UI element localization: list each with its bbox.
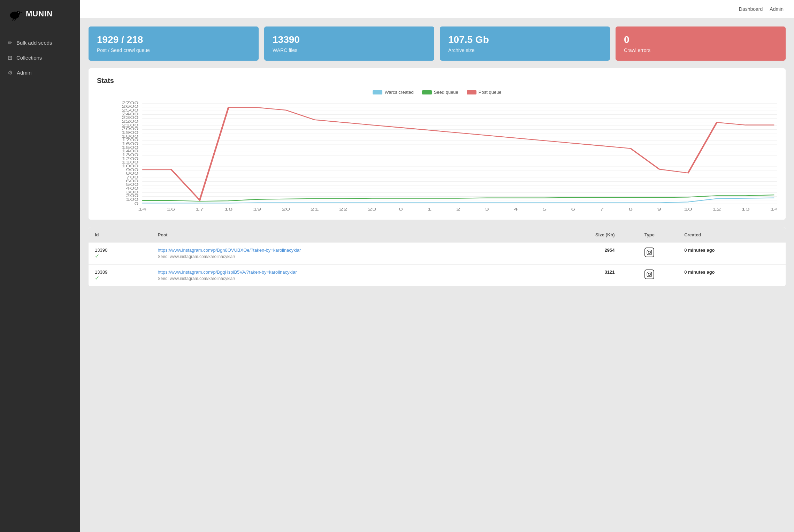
svg-text:16: 16 — [167, 207, 175, 211]
instagram-icon-1 — [644, 269, 654, 279]
sidebar-item-admin[interactable]: ⚙ Admin — [0, 65, 80, 80]
svg-point-1 — [16, 11, 20, 15]
stat-card-archive-size: 107.5 Gb Archive size — [440, 26, 610, 61]
cell-created-0: 0 minutes ago — [678, 243, 786, 265]
table-header-row: Id Post Size (Kb) Type Created — [89, 227, 786, 243]
post-link-0[interactable]: https://www.instagram.com/p/Bgn8OVUBXOe/… — [158, 248, 535, 253]
cell-post-1: https://www.instagram.com/p/BgqHspiB5VA/… — [152, 265, 541, 287]
svg-text:21: 21 — [311, 207, 319, 211]
svg-rect-88 — [647, 272, 652, 276]
svg-text:400: 400 — [126, 187, 138, 191]
svg-text:100: 100 — [126, 198, 138, 202]
svg-line-4 — [13, 18, 14, 21]
legend-seed-queue: Seed queue — [422, 90, 458, 95]
svg-text:2300: 2300 — [122, 116, 138, 120]
stat-card-crawl-errors: 0 Crawl errors — [616, 26, 786, 61]
cell-type-0 — [621, 243, 678, 265]
chart-title: Stats — [97, 77, 777, 85]
stat-card-crawl-queue: 1929 / 218 Post / Seed crawl queue — [89, 26, 259, 61]
svg-text:1000: 1000 — [122, 164, 138, 168]
svg-text:23: 23 — [368, 207, 376, 211]
stat-card-warc-files-value: 13390 — [273, 34, 426, 45]
verified-icon: ✓ — [95, 253, 145, 259]
svg-text:2700: 2700 — [122, 101, 138, 105]
sidebar-item-bulk-add-seeds[interactable]: ✏ Bulk add seeds — [0, 35, 80, 50]
legend-color-warcs — [373, 90, 382, 94]
svg-text:22: 22 — [339, 207, 348, 211]
svg-text:3: 3 — [485, 207, 489, 211]
legend-color-post — [467, 90, 476, 94]
stat-card-archive-size-value: 107.5 Gb — [448, 34, 602, 45]
svg-text:1500: 1500 — [122, 145, 138, 150]
stat-card-warc-files-label: WARC files — [273, 47, 426, 53]
svg-text:0: 0 — [399, 207, 403, 211]
svg-point-3 — [18, 12, 19, 13]
svg-text:2: 2 — [456, 207, 460, 211]
sidebar-item-label-bulk-add-seeds: Bulk add seeds — [16, 40, 52, 46]
cell-created-1: 0 minutes ago — [678, 265, 786, 287]
logo-icon — [7, 6, 22, 22]
svg-text:5: 5 — [542, 207, 547, 211]
svg-text:900: 900 — [126, 168, 138, 172]
sidebar-item-collections[interactable]: ⊞ Collections — [0, 50, 80, 65]
svg-text:1300: 1300 — [122, 153, 138, 157]
app-name: MUNIN — [26, 9, 53, 18]
svg-text:1100: 1100 — [122, 160, 138, 165]
cell-size-1: 3121 — [541, 265, 621, 287]
data-table: Id Post Size (Kb) Type Created 13390 ✓ h… — [89, 227, 786, 286]
chart-panel: Stats Warcs created Seed queue Post queu… — [89, 68, 786, 220]
svg-point-89 — [648, 273, 651, 276]
stat-card-crawl-queue-label: Post / Seed crawl queue — [97, 47, 250, 53]
stat-card-crawl-errors-value: 0 — [624, 34, 777, 45]
svg-text:700: 700 — [126, 175, 138, 180]
svg-text:200: 200 — [126, 194, 138, 198]
svg-text:2400: 2400 — [122, 112, 138, 116]
svg-text:1800: 1800 — [122, 134, 138, 138]
svg-text:300: 300 — [126, 190, 138, 194]
bulk-add-seeds-icon: ✏ — [8, 39, 12, 46]
legend-label-seed: Seed queue — [434, 90, 458, 95]
svg-text:13: 13 — [741, 207, 750, 211]
topbar-dashboard-link[interactable]: Dashboard — [739, 6, 763, 12]
legend-color-seed — [422, 90, 432, 94]
chart-legend: Warcs created Seed queue Post queue — [97, 90, 777, 95]
svg-text:1600: 1600 — [122, 142, 138, 146]
svg-text:6: 6 — [571, 207, 575, 211]
svg-text:1700: 1700 — [122, 138, 138, 142]
cell-id-0: 13390 ✓ — [89, 243, 152, 265]
table-row: 13389 ✓ https://www.instagram.com/p/BgqH… — [89, 265, 786, 287]
svg-text:1: 1 — [427, 207, 432, 211]
svg-text:2600: 2600 — [122, 105, 138, 109]
logo: MUNIN — [0, 0, 80, 28]
svg-point-90 — [650, 273, 651, 273]
svg-text:4: 4 — [514, 207, 518, 211]
stat-card-warc-files: 13390 WARC files — [264, 26, 434, 61]
col-header-id: Id — [89, 227, 152, 243]
svg-text:20: 20 — [282, 207, 290, 211]
col-header-size: Size (Kb) — [541, 227, 621, 243]
col-header-type: Type — [621, 227, 678, 243]
table-panel: Id Post Size (Kb) Type Created 13390 ✓ h… — [89, 227, 786, 286]
post-seed-0: Seed: www.instagram.com/karolinacyklar/ — [158, 254, 235, 259]
svg-text:17: 17 — [196, 207, 204, 211]
legend-label-warcs: Warcs created — [384, 90, 413, 95]
svg-text:600: 600 — [126, 179, 138, 183]
svg-text:1200: 1200 — [122, 157, 138, 161]
stat-cards: 1929 / 218 Post / Seed crawl queue 13390… — [89, 26, 786, 61]
svg-text:800: 800 — [126, 172, 138, 176]
sidebar: MUNIN ✏ Bulk add seeds ⊞ Collections ⚙ A… — [0, 0, 80, 532]
sidebar-item-label-collections: Collections — [16, 55, 42, 61]
topbar: Dashboard Admin — [80, 0, 794, 18]
chart-area: .grid-line { stroke: #e0e0e0; stroke-wid… — [97, 100, 777, 211]
svg-text:2000: 2000 — [122, 127, 138, 131]
svg-text:14: 14 — [138, 207, 146, 211]
post-link-1[interactable]: https://www.instagram.com/p/BgqHspiB5VA/… — [158, 269, 535, 275]
topbar-admin-link[interactable]: Admin — [770, 6, 784, 12]
sidebar-item-label-admin: Admin — [17, 70, 32, 76]
svg-text:1900: 1900 — [122, 131, 138, 135]
svg-text:500: 500 — [126, 183, 138, 187]
svg-text:19: 19 — [253, 207, 261, 211]
svg-text:2500: 2500 — [122, 108, 138, 113]
svg-text:18: 18 — [224, 207, 232, 211]
cell-post-0: https://www.instagram.com/p/Bgn8OVUBXOe/… — [152, 243, 541, 265]
